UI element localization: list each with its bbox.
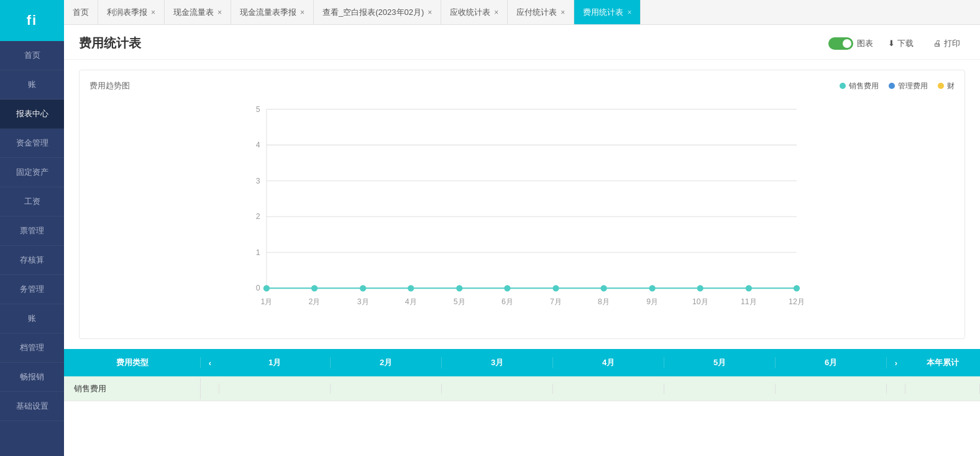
- tab-close-blank-report[interactable]: ×: [428, 8, 432, 17]
- tab-close-cashflow-quarter[interactable]: ×: [300, 8, 305, 17]
- th-month-6: 6月: [776, 357, 887, 368]
- prev-arrow-icon[interactable]: ‹: [209, 358, 211, 368]
- svg-text:4月: 4月: [405, 297, 417, 306]
- tab-cashflow[interactable]: 现金流量表 ×: [165, 0, 231, 24]
- legend-label-sales: 销售费用: [849, 81, 879, 91]
- svg-text:4: 4: [256, 141, 260, 149]
- next-arrow-icon[interactable]: ›: [895, 358, 897, 368]
- svg-text:8月: 8月: [598, 297, 610, 306]
- sidebar-item-inventory[interactable]: 存核算: [0, 246, 64, 275]
- td-month-1-sales: [219, 384, 331, 394]
- table-body: 销售费用: [64, 376, 980, 401]
- svg-text:3月: 3月: [357, 297, 369, 306]
- tab-profit-report[interactable]: 利润表季报 ×: [98, 0, 165, 24]
- td-month-5-sales: [664, 384, 776, 394]
- th-nav-prev[interactable]: ‹: [201, 358, 219, 368]
- sidebar-item-service-mgmt[interactable]: 务管理: [0, 275, 64, 304]
- svg-text:3: 3: [256, 177, 260, 185]
- sidebar-item-account[interactable]: 账: [0, 304, 64, 333]
- td-type-sales: 销售费用: [64, 378, 201, 399]
- svg-text:1: 1: [256, 248, 260, 257]
- svg-point-23: [746, 285, 752, 291]
- print-icon: 🖨: [933, 39, 941, 48]
- svg-text:1月: 1月: [260, 297, 272, 306]
- trend-chart: 5 4 3 2 1 0: [89, 96, 955, 327]
- chart-header: 费用趋势图 销售费用 管理费用 财: [89, 80, 955, 91]
- tab-close-receivable[interactable]: ×: [494, 8, 498, 17]
- sidebar-item-invoice-mgmt[interactable]: 票管理: [0, 216, 64, 246]
- svg-text:5月: 5月: [454, 297, 465, 306]
- th-type: 费用类型: [64, 357, 201, 368]
- legend-admin: 管理费用: [889, 81, 928, 91]
- svg-point-19: [552, 285, 559, 291]
- th-month-3: 3月: [442, 357, 553, 368]
- legend-dot-finance: [938, 83, 944, 89]
- svg-point-13: [263, 285, 270, 291]
- tab-home[interactable]: 首页: [64, 0, 98, 24]
- sidebar-item-salary[interactable]: 工资: [0, 187, 64, 216]
- legend-finance: 财: [938, 81, 955, 91]
- legend-dot-admin: [889, 83, 895, 89]
- td-month-2-sales: [331, 384, 442, 394]
- print-button[interactable]: 🖨 打印: [928, 35, 965, 52]
- svg-point-24: [794, 285, 800, 291]
- tab-close-profit-report[interactable]: ×: [151, 8, 155, 17]
- sidebar: fi 首页 账 报表中心 资金管理 固定资产 工资 票管理 存核算 务管理 账 …: [0, 0, 64, 456]
- tab-expense[interactable]: 费用统计表 ×: [574, 0, 641, 24]
- page-content: 费用统计表 图表 ⬇ 下载 🖨 打印 费用趋势图: [64, 25, 980, 456]
- legend-dot-sales: [840, 83, 846, 89]
- svg-text:11月: 11月: [741, 297, 757, 306]
- legend-label-admin: 管理费用: [898, 81, 928, 91]
- tab-close-payable[interactable]: ×: [561, 8, 565, 17]
- svg-text:2月: 2月: [309, 297, 321, 306]
- svg-text:12月: 12月: [789, 297, 805, 306]
- page-title: 费用统计表: [79, 35, 141, 52]
- chart-toggle[interactable]: [828, 37, 853, 50]
- sidebar-item-cancel[interactable]: 畅报销: [0, 363, 64, 392]
- svg-point-17: [456, 285, 462, 291]
- svg-point-18: [504, 285, 510, 291]
- svg-text:6月: 6月: [501, 297, 513, 306]
- sidebar-item-base-settings[interactable]: 基础设置: [0, 392, 64, 421]
- tab-cashflow-quarter[interactable]: 现金流量表季报 ×: [231, 0, 314, 24]
- svg-point-21: [649, 285, 656, 291]
- table-header-row: 费用类型 ‹ 1月 2月 3月 4月 5月 6月 › 本年累计: [64, 349, 980, 376]
- svg-point-20: [600, 285, 607, 291]
- header-actions: 图表 ⬇ 下载 🖨 打印: [828, 35, 965, 52]
- tab-payable[interactable]: 应付统计表 ×: [508, 0, 574, 24]
- tab-bar: 首页 利润表季报 × 现金流量表 × 现金流量表季报 × 查看_空白报表(202…: [64, 0, 980, 25]
- svg-text:0: 0: [256, 284, 260, 292]
- tab-close-cashflow[interactable]: ×: [218, 8, 222, 17]
- sidebar-item-home[interactable]: 首页: [0, 41, 64, 70]
- main-area: 首页 利润表季报 × 现金流量表 × 现金流量表季报 × 查看_空白报表(202…: [64, 0, 980, 456]
- tab-close-expense[interactable]: ×: [627, 8, 631, 17]
- svg-text:5: 5: [256, 105, 260, 114]
- sidebar-item-fixed-asset[interactable]: 固定资产: [0, 158, 64, 187]
- svg-point-15: [360, 285, 366, 291]
- tab-receivable[interactable]: 应收统计表 ×: [441, 0, 508, 24]
- th-nav-next[interactable]: ›: [887, 358, 905, 368]
- download-button[interactable]: ⬇ 下载: [883, 35, 918, 52]
- table-section: 费用类型 ‹ 1月 2月 3月 4月 5月 6月 › 本年累计 销售费用: [64, 349, 980, 401]
- page-header: 费用统计表 图表 ⬇ 下载 🖨 打印: [64, 25, 980, 60]
- chart-legend: 销售费用 管理费用 财: [840, 81, 955, 91]
- th-month-1: 1月: [219, 357, 331, 368]
- svg-text:7月: 7月: [550, 297, 562, 306]
- print-label: 打印: [944, 38, 960, 49]
- td-nav-next-spacer: [887, 384, 905, 394]
- sidebar-item-report-center[interactable]: 报表中心: [0, 100, 64, 129]
- tab-blank-report[interactable]: 查看_空白报表(2023年02月) ×: [314, 0, 441, 24]
- sidebar-item-fund-mgmt[interactable]: 资金管理: [0, 129, 64, 158]
- td-nav-spacer: [201, 384, 219, 394]
- svg-text:2: 2: [256, 212, 260, 221]
- download-label: 下载: [897, 38, 914, 49]
- chart-title: 费用趋势图: [89, 80, 130, 91]
- td-month-6-sales: [776, 384, 887, 394]
- th-month-5: 5月: [664, 357, 776, 368]
- sidebar-item-file-mgmt[interactable]: 档管理: [0, 333, 64, 363]
- td-month-4-sales: [553, 384, 664, 394]
- svg-point-14: [311, 285, 318, 291]
- th-total: 本年累计: [905, 357, 980, 368]
- sidebar-item-ledger[interactable]: 账: [0, 70, 64, 100]
- chart-toggle-wrap: 图表: [828, 37, 873, 50]
